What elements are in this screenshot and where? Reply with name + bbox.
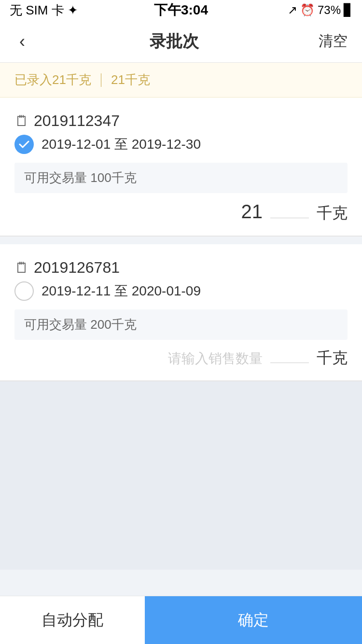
status-right: ↗ ⏰ 73% ▊	[288, 3, 352, 17]
section-separator-1	[0, 237, 362, 244]
batch-date-2: 2019-12-11 至 2020-01-09	[42, 282, 201, 300]
batch-number-2: 2019126781	[34, 259, 120, 277]
batch-title-row-1: 🗒 2019112347	[14, 112, 348, 130]
nav-bar: ‹ 录批次 清空	[0, 20, 362, 63]
qty-unit-2: 千克	[317, 348, 348, 369]
available-qty-2: 可用交易量 200千克	[14, 309, 348, 340]
qty-value-row-1: 21 千克	[0, 193, 362, 237]
status-time: 下午3:04	[154, 1, 208, 19]
battery-icon: ▊	[344, 3, 352, 17]
recorded-value: 21千克	[111, 71, 150, 88]
batch-date-1: 2019-12-01 至 2019-12-30	[42, 135, 201, 154]
back-button[interactable]: ‹	[14, 27, 30, 56]
radio-2[interactable]	[14, 281, 34, 301]
auto-distribute-button[interactable]: 自动分配	[0, 596, 145, 644]
qty-input-2[interactable]	[118, 349, 263, 367]
location-icon: ↗	[288, 3, 297, 17]
batch-number-1: 2019112347	[34, 112, 120, 130]
qty-input-row-2[interactable]: 千克	[0, 340, 362, 381]
empty-area	[0, 381, 362, 570]
clear-button[interactable]: 清空	[319, 31, 348, 51]
batch-doc-icon-2: 🗒	[14, 260, 29, 276]
info-banner: 已录入21千克 21千克	[0, 63, 362, 98]
recorded-label: 已录入21千克	[14, 71, 91, 88]
sim-text: 无 SIM 卡 ✦	[10, 2, 78, 19]
radio-1[interactable]	[14, 135, 34, 154]
page-title: 录批次	[150, 30, 199, 53]
batch-card-1: 🗒 2019112347 2019-12-01 至 2019-12-30 可用交…	[0, 98, 362, 237]
qty-underline-1	[270, 218, 309, 218]
status-bar: 无 SIM 卡 ✦ 下午3:04 ↗ ⏰ 73% ▊	[0, 0, 362, 20]
status-left: 无 SIM 卡 ✦	[10, 2, 78, 19]
batch-card-2-inner: 🗒 2019126781 2019-12-11 至 2020-01-09 可用交…	[0, 244, 362, 340]
batch-card-2: 🗒 2019126781 2019-12-11 至 2020-01-09 可用交…	[0, 244, 362, 381]
batch-date-row-1[interactable]: 2019-12-01 至 2019-12-30	[14, 135, 348, 154]
batch-title-row-2: 🗒 2019126781	[14, 259, 348, 277]
battery-percent: 73%	[318, 3, 341, 17]
qty-underline-2	[270, 363, 309, 363]
bottom-bar: 自动分配 确定	[0, 596, 362, 644]
batch-date-row-2[interactable]: 2019-12-11 至 2020-01-09	[14, 281, 348, 301]
qty-unit-1: 千克	[317, 203, 348, 224]
info-divider	[101, 73, 101, 87]
batch-doc-icon-1: 🗒	[14, 113, 29, 129]
confirm-button[interactable]: 确定	[145, 596, 362, 644]
alarm-icon: ⏰	[300, 3, 315, 17]
qty-display-1: 21	[241, 201, 263, 223]
available-qty-1: 可用交易量 100千克	[14, 163, 348, 193]
batch-card-1-inner: 🗒 2019112347 2019-12-01 至 2019-12-30 可用交…	[0, 98, 362, 193]
